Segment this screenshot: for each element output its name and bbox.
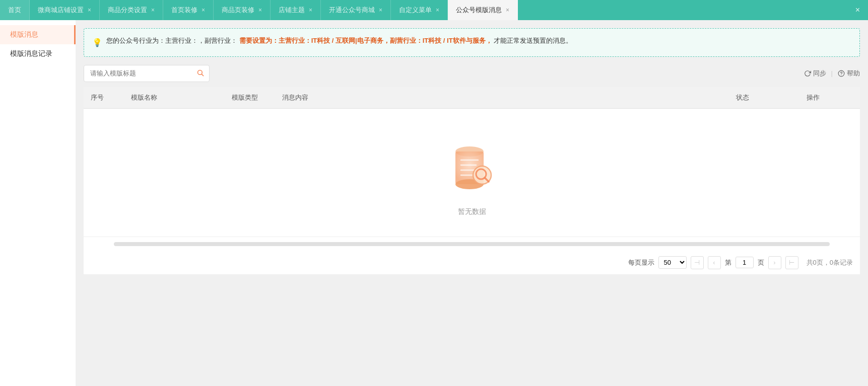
- tab-template-msg-close[interactable]: ×: [506, 7, 509, 14]
- tab-home-deco-close[interactable]: ×: [202, 7, 205, 14]
- empty-state: 暂无数据: [84, 109, 860, 237]
- scrollbar-row: [84, 237, 860, 251]
- tab-custom-menu-label: 自定义菜单: [399, 6, 432, 15]
- page-number-input[interactable]: 1: [736, 257, 754, 268]
- help-icon: [838, 70, 845, 77]
- global-close-button[interactable]: ×: [847, 6, 868, 15]
- tab-open-shop-label: 开通公众号商城: [329, 6, 375, 15]
- per-page-label: 每页显示: [628, 258, 654, 267]
- sync-button[interactable]: 同步: [804, 69, 826, 78]
- tab-open-shop-close[interactable]: ×: [379, 7, 382, 14]
- th-content: 消息内容: [275, 87, 729, 109]
- svg-line-1: [202, 74, 204, 75]
- tab-micro-shop-label: 微商城店铺设置: [38, 6, 84, 15]
- pagination-bar: 每页显示 50 20 100 ⊣ ‹ 第 1 页 › ⊢ 共0页，0条记录: [84, 251, 860, 274]
- horizontal-scrollbar[interactable]: [114, 242, 830, 246]
- tab-home-deco[interactable]: 首页装修 ×: [163, 0, 214, 20]
- tab-template-msg[interactable]: 公众号模版消息 ×: [448, 0, 518, 20]
- th-status: 状态: [729, 87, 799, 109]
- notice-highlight: 需要设置为：主营行业：IT科技 / 互联网|电子商务，副营行业：IT科技 / I…: [239, 37, 492, 44]
- th-seq: 序号: [84, 87, 124, 109]
- tab-product-deco-close[interactable]: ×: [258, 7, 262, 14]
- tab-shop-theme-close[interactable]: ×: [309, 7, 312, 14]
- last-page-button[interactable]: ⊢: [785, 256, 798, 269]
- search-wrap: [84, 65, 210, 82]
- notice-icon: 💡: [92, 36, 102, 49]
- table-header: 序号 模版名称 模版类型 消息内容 状态 操作: [84, 87, 860, 109]
- empty-text: 暂无数据: [458, 207, 486, 216]
- tab-home-deco-label: 首页装修: [171, 6, 197, 15]
- prev-page-button[interactable]: ‹: [708, 256, 721, 269]
- toolbar: 同步 | 帮助: [84, 65, 860, 82]
- tab-home-label: 首页: [8, 6, 21, 15]
- toolbar-right: 同步 | 帮助: [804, 69, 860, 78]
- data-table: 序号 模版名称 模版类型 消息内容 状态 操作: [84, 87, 860, 237]
- tab-product-deco[interactable]: 商品页装修 ×: [214, 0, 271, 20]
- notice-box: 💡 您的公众号行业为：主营行业：，副营行业： 需要设置为：主营行业：IT科技 /…: [84, 28, 860, 57]
- sidebar-item-template-msg-log-label: 模版消息记录: [10, 49, 52, 57]
- sidebar-item-template-msg-label: 模版消息: [10, 30, 38, 38]
- content-area: 💡 您的公众号行业为：主营行业：，副营行业： 需要设置为：主营行业：IT科技 /…: [76, 20, 868, 386]
- th-name: 模版名称: [124, 87, 225, 109]
- sync-icon: [804, 70, 811, 77]
- svg-point-0: [198, 70, 203, 74]
- tab-micro-shop[interactable]: 微商城店铺设置 ×: [30, 0, 100, 20]
- main-layout: 模版消息 模版消息记录 💡 您的公众号行业为：主营行业：，副营行业： 需要设置为…: [0, 20, 868, 386]
- notice-text: 您的公众号行业为：主营行业：，副营行业： 需要设置为：主营行业：IT科技 / 互…: [106, 36, 572, 46]
- tab-bar: 首页 微商城店铺设置 × 商品分类设置 × 首页装修 × 商品页装修 × 店铺主…: [0, 0, 868, 20]
- sync-label: 同步: [813, 69, 826, 78]
- empty-illustration: [442, 139, 502, 199]
- search-button[interactable]: [191, 65, 209, 82]
- th-type: 模版类型: [225, 87, 275, 109]
- tab-template-msg-label: 公众号模版消息: [456, 6, 502, 15]
- sidebar-item-template-msg[interactable]: 模版消息: [0, 25, 76, 44]
- tab-product-deco-label: 商品页装修: [222, 6, 254, 15]
- tab-open-shop[interactable]: 开通公众号商城 ×: [321, 0, 391, 20]
- sidebar: 模版消息 模版消息记录: [0, 20, 76, 386]
- notice-suffix: 才能正常发送预置的消息。: [494, 37, 572, 44]
- next-page-button[interactable]: ›: [768, 256, 781, 269]
- help-button[interactable]: 帮助: [838, 69, 860, 78]
- tab-shop-theme[interactable]: 店铺主题 ×: [271, 0, 321, 20]
- page-label-post: 页: [758, 258, 764, 267]
- tab-category-label: 商品分类设置: [108, 6, 147, 15]
- table-container: 序号 模版名称 模版类型 消息内容 状态 操作: [84, 87, 860, 251]
- tab-custom-menu-close[interactable]: ×: [436, 7, 439, 14]
- tab-home[interactable]: 首页: [0, 0, 30, 20]
- help-label: 帮助: [847, 69, 860, 78]
- th-action: 操作: [799, 87, 860, 109]
- tab-category[interactable]: 商品分类设置 ×: [100, 0, 163, 20]
- tab-shop-theme-label: 店铺主题: [279, 6, 305, 15]
- sidebar-item-template-msg-log[interactable]: 模版消息记录: [0, 44, 76, 63]
- notice-prefix: 您的公众号行业为：主营行业：，副营行业：: [106, 37, 237, 44]
- tab-micro-shop-close[interactable]: ×: [88, 7, 91, 14]
- first-page-button[interactable]: ⊣: [691, 256, 704, 269]
- search-icon: [196, 69, 204, 76]
- per-page-select[interactable]: 50 20 100: [658, 256, 687, 269]
- search-input[interactable]: [84, 66, 191, 81]
- empty-row: 暂无数据: [84, 108, 860, 237]
- tab-category-close[interactable]: ×: [151, 7, 155, 14]
- toolbar-divider: |: [831, 69, 833, 77]
- total-info: 共0页，0条记录: [807, 258, 853, 267]
- table-body: 暂无数据: [84, 108, 860, 237]
- tab-custom-menu[interactable]: 自定义菜单 ×: [391, 0, 448, 20]
- page-label-pre: 第: [725, 258, 731, 267]
